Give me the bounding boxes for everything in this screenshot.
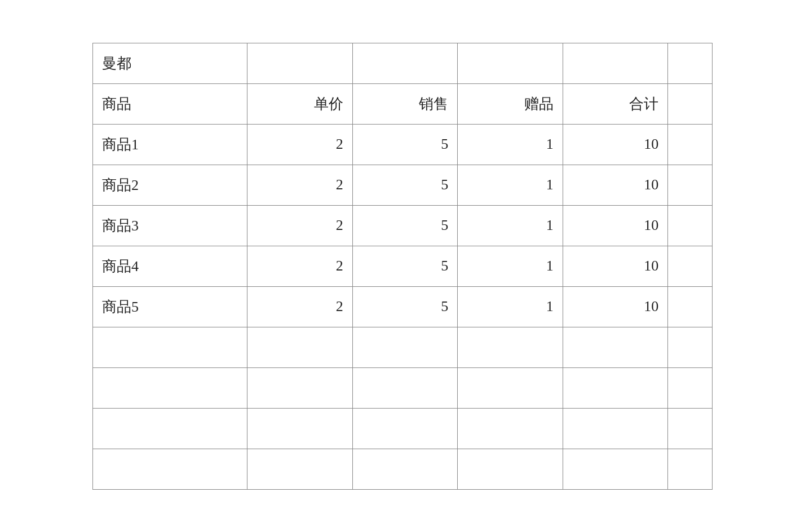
table-row: 商品225110 [93, 165, 713, 205]
header-item: 商品 [93, 83, 247, 124]
table-container: 曼都 商品 单价 销售 赠品 合计 商品125110商品225110商品3251… [0, 0, 805, 532]
table-cell [668, 165, 713, 205]
table-cell: 1 [458, 165, 563, 205]
table-cell [668, 246, 713, 286]
empty-cell [458, 449, 563, 489]
title-sales-empty [352, 43, 458, 83]
table-cell: 2 [247, 205, 353, 246]
empty-cell [563, 449, 668, 489]
empty-row [93, 408, 713, 449]
empty-cell [563, 408, 668, 449]
empty-row [93, 449, 713, 489]
empty-cell [352, 367, 458, 408]
table-cell: 5 [352, 205, 458, 246]
empty-cell [93, 449, 247, 489]
table-cell: 1 [458, 246, 563, 286]
empty-cell [247, 367, 353, 408]
table-cell: 5 [352, 246, 458, 286]
table-cell: 5 [352, 124, 458, 165]
empty-cell [668, 408, 713, 449]
header-total: 合计 [563, 83, 668, 124]
empty-cell [668, 449, 713, 489]
table-cell: 商品2 [93, 165, 247, 205]
empty-cell [247, 327, 353, 367]
table-cell: 1 [458, 205, 563, 246]
main-table: 曼都 商品 单价 销售 赠品 合计 商品125110商品225110商品3251… [92, 43, 713, 490]
empty-cell [458, 408, 563, 449]
table-cell: 10 [563, 124, 668, 165]
table-cell: 2 [247, 246, 353, 286]
empty-cell [668, 367, 713, 408]
table-cell: 10 [563, 165, 668, 205]
header-gift: 赠品 [458, 83, 563, 124]
table-cell: 商品5 [93, 286, 247, 327]
title-gift-empty [458, 43, 563, 83]
title-total-empty [563, 43, 668, 83]
table-cell [668, 286, 713, 327]
table-cell: 2 [247, 286, 353, 327]
empty-cell [458, 367, 563, 408]
table-row: 商品525110 [93, 286, 713, 327]
table-cell: 10 [563, 246, 668, 286]
table-cell: 1 [458, 124, 563, 165]
empty-cell [352, 449, 458, 489]
empty-cell [352, 408, 458, 449]
table-cell: 2 [247, 165, 353, 205]
header-extra [668, 83, 713, 124]
empty-cell [247, 449, 353, 489]
table-row: 商品425110 [93, 246, 713, 286]
empty-cell [247, 408, 353, 449]
header-price: 单价 [247, 83, 353, 124]
table-cell: 5 [352, 165, 458, 205]
table-cell: 10 [563, 286, 668, 327]
empty-cell [93, 367, 247, 408]
table-cell: 商品4 [93, 246, 247, 286]
table-cell [668, 205, 713, 246]
empty-cell [93, 408, 247, 449]
empty-cell [563, 327, 668, 367]
table-cell: 10 [563, 205, 668, 246]
empty-cell [458, 327, 563, 367]
table-cell: 商品1 [93, 124, 247, 165]
empty-row [93, 367, 713, 408]
title-cell: 曼都 [93, 43, 247, 83]
empty-row [93, 327, 713, 367]
header-row: 商品 单价 销售 赠品 合计 [93, 83, 713, 124]
table-cell [668, 124, 713, 165]
title-row: 曼都 [93, 43, 713, 83]
title-extra-empty [668, 43, 713, 83]
empty-cell [352, 327, 458, 367]
table-row: 商品325110 [93, 205, 713, 246]
empty-cell [563, 367, 668, 408]
table-cell: 5 [352, 286, 458, 327]
table-cell: 1 [458, 286, 563, 327]
table-cell: 2 [247, 124, 353, 165]
empty-cell [93, 327, 247, 367]
title-price-empty [247, 43, 353, 83]
table-cell: 商品3 [93, 205, 247, 246]
empty-cell [668, 327, 713, 367]
header-sales: 销售 [352, 83, 458, 124]
table-row: 商品125110 [93, 124, 713, 165]
